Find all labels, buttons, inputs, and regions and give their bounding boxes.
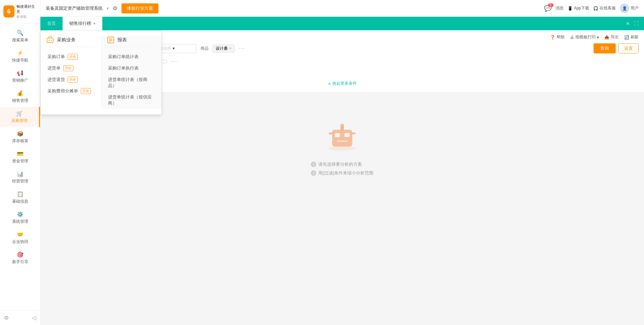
- sidebar-item-5[interactable]: 📦库存核算: [0, 127, 40, 147]
- empty-tip-1: 1 请先选择要分析的方案: [311, 160, 373, 169]
- refresh-btn[interactable]: 🔄 刷新: [624, 34, 639, 40]
- nav-icon-6: 💳: [17, 151, 24, 157]
- sidebar-item-9[interactable]: ⚙️系统管理: [0, 208, 40, 228]
- help-btn[interactable]: ❓ 帮助: [550, 34, 565, 40]
- tab-sales-rank[interactable]: 销售排行榜 ×: [63, 17, 102, 30]
- purchase-col: 采购业务 采购订单 历史 进货单 历史 进货退货 历史 采购费用分摊单 历史: [41, 36, 101, 109]
- nav-label-4: 采购管理: [11, 118, 28, 124]
- goods-label: 商品: [201, 46, 209, 51]
- refresh-icon: 🔄: [624, 35, 629, 40]
- report-order-exec-label: 采购订单执行表: [108, 65, 139, 71]
- purchase-expense-label: 采购费用分摊单: [47, 88, 78, 94]
- empty-tips: 1 请先选择要分析的方案 2 用[过滤]条件来缩小分析范围: [311, 160, 373, 177]
- sidebar-item-4[interactable]: 🛒采购管理: [0, 107, 40, 127]
- msg-label: 消息: [556, 5, 564, 11]
- tab-close-icon[interactable]: ×: [93, 21, 96, 26]
- logo-badge: 标准版: [16, 14, 37, 19]
- menu-purchase-return[interactable]: 进货退货 历史: [46, 74, 96, 85]
- sidebar-item-11[interactable]: 🎯新手引导: [0, 248, 40, 268]
- menu-report-receipt-goods[interactable]: 进货单统计表（按商品）: [107, 74, 156, 91]
- svg-point-10: [49, 40, 50, 41]
- report-receipt-supplier-label: 进货单统计表（按供应商）: [108, 94, 155, 106]
- purchase-return-badge: 历史: [68, 77, 78, 83]
- logo-text: 畅捷通好生意: [16, 4, 37, 14]
- msg-icon-wrap[interactable]: 💬 5: [544, 5, 551, 12]
- doc-status-chevron: ▾: [173, 46, 175, 51]
- sidebar-item-10[interactable]: 🤝企业协同: [0, 228, 40, 248]
- header: 装备及固定资产辅助管理系统 ▾ ⚙ 体验行业方案 💬 5 消息 📱 App下载 …: [40, 0, 644, 17]
- collapse-sidebar-btn[interactable]: ◁: [32, 315, 36, 321]
- nav-icon-9: ⚙️: [17, 211, 24, 217]
- doc-status-select[interactable]: 请选择 ▾: [156, 44, 196, 53]
- sidebar-logo: 6 畅捷通好生意 标准版: [0, 0, 40, 24]
- tab-sales-rank-label: 销售排行榜: [69, 21, 91, 27]
- collapse-icon: ∧: [328, 81, 331, 86]
- svg-rect-8: [352, 132, 356, 134]
- menu-purchase-receipt[interactable]: 进货单 历史: [46, 63, 96, 74]
- settings-icon[interactable]: ⚙: [113, 5, 117, 11]
- purchase-order-label: 采购订单: [47, 54, 65, 60]
- print-chevron-icon[interactable]: ▾: [597, 35, 599, 40]
- sidebar-item-2[interactable]: 📢营销推广: [0, 67, 40, 87]
- export-btn[interactable]: 📤 导出: [604, 34, 619, 40]
- nav-label-1: 快捷导航: [12, 57, 28, 63]
- print-icon: 🖨: [570, 35, 574, 40]
- sidebar-item-7[interactable]: 📊经营管理: [0, 167, 40, 188]
- nav-label-6: 资金管理: [12, 158, 28, 164]
- dropdown-chevron-icon[interactable]: ▾: [107, 6, 109, 11]
- settings-bottom-btn[interactable]: ⚙: [4, 315, 9, 321]
- logo-icon: 6: [3, 5, 14, 17]
- purchase-receipt-badge: 历史: [63, 65, 73, 71]
- svg-rect-4: [337, 140, 348, 142]
- goods-tag-close[interactable]: ×: [229, 46, 231, 51]
- sidebar-item-3[interactable]: 💰销售管理: [0, 87, 40, 107]
- goods-tag-text: 设计桑: [216, 46, 228, 51]
- report-col-header: 报表: [107, 36, 156, 47]
- help-icon: ❓: [550, 35, 555, 40]
- svg-rect-9: [47, 38, 53, 43]
- msg-badge: 5: [548, 3, 553, 7]
- tab-home-label: 首页: [47, 21, 56, 27]
- query-btn[interactable]: 查询: [594, 43, 616, 53]
- nav-label-10: 企业协同: [12, 239, 28, 245]
- close-tab-btn[interactable]: ✕: [626, 21, 630, 26]
- report-col-title: 报表: [117, 37, 127, 43]
- salesperson-more-dots[interactable]: ···: [171, 58, 177, 65]
- industry-btn[interactable]: 体验行业方案: [121, 3, 158, 13]
- goods-more-dots[interactable]: ···: [239, 45, 245, 51]
- svg-point-6: [340, 124, 344, 128]
- purchase-col-header: 采购业务: [46, 36, 96, 47]
- nav-icon-10: 🤝: [17, 231, 24, 238]
- nav-icon-0: 🔍: [17, 30, 24, 36]
- nav-icon-7: 📊: [17, 171, 24, 177]
- menu-report-receipt-supplier[interactable]: 进货单统计表（按供应商）: [107, 91, 156, 109]
- user-label: 用户: [631, 5, 639, 11]
- tabs-bar: 首页 销售排行榜 × ✕ ⛶: [40, 17, 644, 30]
- maximize-tab-btn[interactable]: ⛶: [634, 21, 639, 26]
- svg-rect-3: [345, 133, 350, 137]
- sidebar-item-6[interactable]: 💳资金管理: [0, 147, 40, 167]
- svg-rect-2: [335, 133, 340, 137]
- setting-btn[interactable]: 设置: [618, 43, 639, 53]
- tab-home[interactable]: 首页: [40, 17, 63, 30]
- sidebar-item-8[interactable]: 📋基础信息: [0, 188, 40, 208]
- nav-label-3: 销售管理: [12, 98, 28, 104]
- svg-rect-7: [329, 132, 333, 134]
- nav-icon-8: 📋: [17, 191, 24, 197]
- empty-tip-2: 2 用[过滤]条件来缩小分析范围: [311, 169, 373, 177]
- nav-label-11: 新手引导: [12, 259, 28, 265]
- menu-report-order-exec[interactable]: 采购订单执行表: [107, 63, 156, 74]
- print-btn[interactable]: 🖨 按模板打印 ▾: [570, 34, 599, 40]
- header-right: 💬 5 消息 📱 App下载 🎧 在线客服 👤 用户: [544, 4, 639, 13]
- app-download[interactable]: 📱 App下载: [568, 5, 589, 11]
- menu-purchase-expense[interactable]: 采购费用分摊单 历史: [46, 85, 96, 97]
- user-menu[interactable]: 👤 用户: [620, 4, 639, 13]
- purchase-col-icon: [46, 36, 54, 44]
- sidebar-item-1[interactable]: ⚡快捷导航: [0, 46, 40, 67]
- online-service[interactable]: 🎧 在线客服: [593, 5, 616, 11]
- menu-report-order-stat[interactable]: 采购订单统计表: [107, 51, 156, 63]
- purchase-return-label: 进货退货: [47, 77, 65, 83]
- menu-purchase-order[interactable]: 采购订单 历史: [46, 51, 96, 63]
- sidebar-bottom: ⚙ ◁: [0, 310, 40, 325]
- sidebar-item-0[interactable]: 🔍搜索菜单: [0, 26, 40, 46]
